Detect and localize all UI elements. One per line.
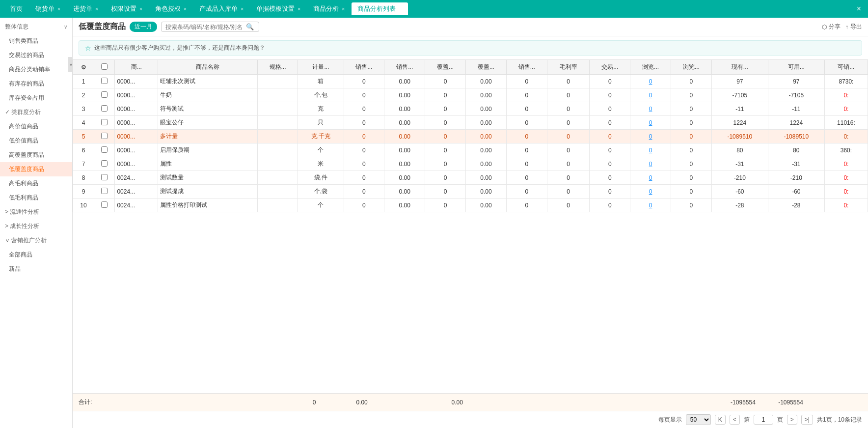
settings-icon[interactable]: ⚙ [81, 64, 86, 71]
cell-checkbox[interactable] [94, 157, 115, 171]
cell-sales-count: 0 [344, 199, 384, 212]
sidebar-item-stocked-goods[interactable]: 有库存的商品 [0, 77, 72, 91]
nav-purchase-close[interactable]: × [95, 6, 98, 12]
nav-sales-close[interactable]: × [57, 6, 60, 12]
sidebar-item-stock-capital[interactable]: 库存资金占用 [0, 91, 72, 105]
col-unit: 计量... [298, 60, 344, 75]
total-stock1: -1095554 [719, 399, 767, 406]
cell-sellable: 0: [824, 199, 868, 212]
sidebar-section-growth[interactable]: > 成长性分析 [0, 219, 72, 233]
cell-checkbox[interactable] [94, 116, 115, 130]
export-button[interactable]: ↑ 导出 [845, 23, 862, 31]
sidebar-section-cluster[interactable]: ✓ 类群度分析 [0, 105, 72, 119]
last-page-button[interactable]: >| [801, 415, 813, 425]
nav-roles[interactable]: 角色授权 × [149, 2, 192, 15]
browse-link[interactable]: 0 [649, 78, 652, 85]
sidebar-collapse-button[interactable]: « [68, 57, 73, 72]
cell-spec [257, 102, 298, 116]
window-close-button[interactable]: × [854, 3, 864, 14]
time-filter-badge[interactable]: 近一月 [130, 22, 157, 32]
nav-analysis-list[interactable]: 商品分析列表 × [352, 2, 407, 15]
sidebar-item-all-goods[interactable]: 全部商品 [0, 248, 72, 262]
content-area: 低覆盖度商品 近一月 🔍 ⬡ 分享 ↑ 导出 ☆ 这些商品只有很少客户购买 [73, 18, 868, 428]
cell-name: 启用保质期 [158, 143, 257, 157]
col-checkbox[interactable] [94, 60, 115, 75]
search-input[interactable] [165, 24, 244, 30]
nav-roles-close[interactable]: × [184, 6, 187, 12]
prev-page-button[interactable]: < [730, 415, 740, 425]
per-page-select[interactable]: 50 20 100 200 [686, 414, 711, 425]
nav-purchase[interactable]: 进货单 × [67, 2, 104, 15]
first-page-button[interactable]: K [715, 415, 726, 425]
col-settings[interactable]: ⚙ [73, 60, 94, 75]
row-checkbox[interactable] [101, 160, 108, 167]
cell-unit: 克,千克 [298, 130, 344, 143]
row-checkbox[interactable] [101, 78, 108, 84]
row-checkbox[interactable] [101, 146, 108, 153]
nav-analysis-close[interactable]: × [342, 6, 345, 12]
row-checkbox[interactable] [101, 188, 108, 194]
sidebar-item-new-goods[interactable]: 新品 [0, 262, 72, 276]
browse-link[interactable]: 0 [649, 174, 652, 181]
select-all-checkbox[interactable] [101, 63, 108, 70]
row-checkbox[interactable] [101, 105, 108, 112]
row-checkbox[interactable] [101, 119, 108, 125]
nav-home[interactable]: 首页 [4, 2, 28, 15]
table-wrapper[interactable]: ⚙ 商... 商品名称 规格... 计量... 销售... 销售... 覆盖..… [73, 59, 868, 393]
nav-products-close[interactable]: × [241, 6, 244, 12]
cell-checkbox[interactable] [94, 185, 115, 199]
cell-usable: -1089510 [768, 130, 824, 143]
share-button[interactable]: ⬡ 分享 [822, 23, 841, 31]
total-pages-label: 共1页，10条记录 [817, 416, 862, 424]
browse-link[interactable]: 0 [649, 133, 652, 140]
browse-link[interactable]: 0 [649, 202, 652, 209]
row-checkbox[interactable] [101, 133, 108, 139]
row-checkbox[interactable] [101, 201, 108, 208]
cell-browse1: 0 [630, 157, 671, 171]
sidebar-item-high-coverage[interactable]: 高覆盖度商品 [0, 148, 72, 162]
cell-checkbox[interactable] [94, 143, 115, 157]
col-browse2: 浏览... [671, 60, 711, 75]
sidebar-item-low-coverage[interactable]: 低覆盖度商品 [0, 162, 72, 176]
cell-checkbox[interactable] [94, 102, 115, 116]
browse-link[interactable]: 0 [649, 147, 652, 154]
nav-sales[interactable]: 销货单 × [29, 2, 66, 15]
cell-checkbox[interactable] [94, 88, 115, 102]
sidebar-item-low-value[interactable]: 低价值商品 [0, 134, 72, 148]
browse-link[interactable]: 0 [649, 188, 652, 195]
cell-no: 9 [73, 185, 94, 199]
sidebar-item-sales-goods[interactable]: 销售类商品 [0, 34, 72, 48]
nav-analysis-list-close[interactable]: × [399, 6, 402, 12]
nav-products[interactable]: 产成品入库单 × [193, 2, 249, 15]
cell-checkbox[interactable] [94, 130, 115, 143]
cell-sellable: 0: [824, 130, 868, 143]
browse-link[interactable]: 0 [649, 106, 652, 113]
nav-templates-close[interactable]: × [298, 6, 300, 12]
page-input[interactable] [754, 415, 773, 425]
next-page-button[interactable]: > [787, 415, 797, 425]
row-checkbox[interactable] [101, 174, 108, 180]
sidebar-section-overall[interactable]: 整体信息 ∨ [0, 20, 72, 34]
nav-permissions[interactable]: 权限设置 × [105, 2, 148, 15]
search-icon[interactable]: 🔍 [246, 23, 254, 30]
sidebar-item-category-rate[interactable]: 商品分类动销率 [0, 62, 72, 77]
sidebar-item-low-margin[interactable]: 低毛利商品 [0, 191, 72, 205]
nav-templates[interactable]: 单据模板设置 × [250, 2, 306, 15]
cell-checkbox[interactable] [94, 171, 115, 185]
sidebar-item-traded-goods[interactable]: 交易过的商品 [0, 48, 72, 62]
nav-analysis[interactable]: 商品分析 × [307, 2, 351, 15]
sidebar-section-flow-label: > 流通性分析 [5, 208, 39, 216]
cell-cover1: 0 [425, 75, 466, 88]
row-checkbox[interactable] [101, 91, 108, 98]
cell-checkbox[interactable] [94, 75, 115, 88]
sidebar-item-high-value[interactable]: 高价值商品 [0, 119, 72, 134]
sidebar-section-growth-label: > 成长性分析 [5, 222, 39, 230]
cell-checkbox[interactable] [94, 199, 115, 212]
sidebar-item-high-margin[interactable]: 高毛利商品 [0, 176, 72, 191]
sidebar-section-flow[interactable]: > 流通性分析 [0, 205, 72, 219]
browse-link[interactable]: 0 [649, 119, 652, 126]
browse-link[interactable]: 0 [649, 92, 652, 99]
nav-permissions-close[interactable]: × [139, 6, 142, 12]
sidebar-section-marketing[interactable]: ∨ 营销推广分析 [0, 233, 72, 248]
browse-link[interactable]: 0 [649, 161, 652, 168]
